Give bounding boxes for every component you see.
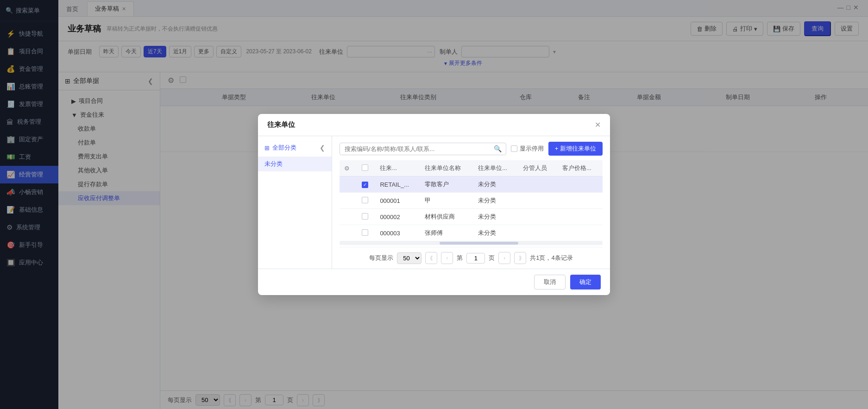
dialog-title: 往来单位 <box>267 120 295 129</box>
row-code: 000002 <box>375 209 420 225</box>
dialog-table: ⚙ 往来... 往来单位名称 往来单位... 分管人员 客户价格... <box>340 160 603 241</box>
dialog-right: 🔍 显示停用 + 新增往来单位 ⚙ <box>332 136 610 269</box>
row-code: RETAIL_... <box>375 176 420 193</box>
show-disabled-checkbox[interactable] <box>511 145 517 152</box>
partner-dialog: 往来单位 ✕ ⊞ 全部分类 ❮ 未分类 <box>258 114 610 295</box>
dialog-first-page-btn[interactable]: ⟪ <box>425 252 437 264</box>
dialog-table-row[interactable]: ✓ RETAIL_... 零散客户 未分类 <box>340 176 603 193</box>
dialog-total-label: 共1页，4条记录 <box>530 254 572 262</box>
row-category: 未分类 <box>473 225 518 241</box>
row-name: 张师傅 <box>420 225 473 241</box>
dialog-horizontal-scrollbar[interactable] <box>340 241 603 245</box>
col-code: 往来... <box>375 160 420 176</box>
row-checkbox: ✓ <box>357 176 376 193</box>
dialog-page-label: 第 <box>457 254 463 262</box>
col-name: 往来单位名称 <box>420 160 473 176</box>
dialog-close-button[interactable]: ✕ <box>595 120 601 129</box>
dialog-pagination: 每页显示 50 ⟪ ‹ 第 页 › ⟫ 共1页，4条记录 <box>340 247 603 269</box>
dialog-cat-header-label: 全部分类 <box>272 144 296 152</box>
dialog-table-wrap: ⚙ 往来... 往来单位名称 往来单位... 分管人员 客户价格... <box>340 160 603 241</box>
dialog-table-header: ⚙ 往来... 往来单位名称 往来单位... 分管人员 客户价格... <box>340 160 603 176</box>
row-manager <box>518 176 557 193</box>
dialog-page-unit: 页 <box>489 254 495 262</box>
dialog-table-row[interactable]: 000001 甲 未分类 <box>340 193 603 209</box>
row-category: 未分类 <box>473 209 518 225</box>
dialog-prev-page-btn[interactable]: ‹ <box>441 252 453 264</box>
dialog-categories: ⊞ 全部分类 ❮ 未分类 <box>258 136 332 269</box>
col-manager: 分管人员 <box>518 160 557 176</box>
select-all-dialog-checkbox[interactable] <box>362 164 368 171</box>
dialog-cat-item-uncategorized[interactable]: 未分类 <box>258 157 332 171</box>
row-category: 未分类 <box>473 193 518 209</box>
dialog-toolbar: 🔍 显示停用 + 新增往来单位 <box>340 142 603 156</box>
dialog-body: ⊞ 全部分类 ❮ 未分类 🔍 显示停用 <box>258 136 610 269</box>
row-checkbox-1[interactable]: ✓ <box>362 182 368 188</box>
dialog-search-input[interactable] <box>340 143 506 155</box>
dialog-header: 往来单位 ✕ <box>258 114 610 136</box>
row-settings <box>340 209 357 225</box>
show-disabled-label: 显示停用 <box>520 145 544 153</box>
row-settings <box>340 225 357 241</box>
dialog-next-page-btn[interactable]: › <box>498 252 510 264</box>
row-code: 000001 <box>375 193 420 209</box>
per-page-label: 每页显示 <box>369 254 393 262</box>
col-checkbox <box>357 160 376 176</box>
dialog-page-input[interactable] <box>466 253 485 264</box>
row-settings <box>340 176 357 193</box>
dialog-overlay: 往来单位 ✕ ⊞ 全部分类 ❮ 未分类 <box>0 0 868 409</box>
col-category: 往来单位... <box>473 160 518 176</box>
col-settings: ⚙ <box>340 160 357 176</box>
grid-icon: ⊞ <box>264 145 270 151</box>
row-checkbox-2[interactable] <box>362 197 368 203</box>
row-manager <box>518 193 557 209</box>
scrollbar-thumb <box>440 242 518 245</box>
row-checkbox-4[interactable] <box>362 229 368 236</box>
row-manager <box>518 209 557 225</box>
dialog-search-wrap: 🔍 <box>340 143 506 155</box>
dialog-table-row[interactable]: 000002 材料供应商 未分类 <box>340 209 603 225</box>
dialog-last-page-btn[interactable]: ⟫ <box>514 252 526 264</box>
row-price-cat <box>558 193 603 209</box>
row-checkbox-3[interactable] <box>362 213 368 220</box>
new-partner-button[interactable]: + 新增往来单位 <box>548 142 603 156</box>
dialog-footer: 取消 确定 <box>258 269 610 295</box>
row-checkbox <box>357 193 376 209</box>
row-manager <box>518 225 557 241</box>
row-settings <box>340 193 357 209</box>
dialog-per-page-select[interactable]: 50 <box>397 252 421 264</box>
new-partner-label: + 新增往来单位 <box>555 145 596 153</box>
row-name: 零散客户 <box>420 176 473 193</box>
row-price-cat <box>558 225 603 241</box>
confirm-button[interactable]: 确定 <box>570 275 601 289</box>
row-price-cat <box>558 176 603 193</box>
row-category: 未分类 <box>473 176 518 193</box>
search-icon: 🔍 <box>494 145 502 152</box>
col-price-cat: 客户价格... <box>558 160 603 176</box>
row-price-cat <box>558 209 603 225</box>
row-name: 材料供应商 <box>420 209 473 225</box>
row-code: 000003 <box>375 225 420 241</box>
row-checkbox <box>357 225 376 241</box>
dialog-cat-item-label: 未分类 <box>264 160 283 167</box>
dialog-cat-header: ⊞ 全部分类 ❮ <box>258 141 332 157</box>
dialog-table-row[interactable]: 000003 张师傅 未分类 <box>340 225 603 241</box>
dialog-left-collapse-button[interactable]: ❮ <box>320 144 325 151</box>
row-checkbox <box>357 209 376 225</box>
row-name: 甲 <box>420 193 473 209</box>
show-disabled-checkbox-group: 显示停用 <box>511 145 544 153</box>
cancel-button[interactable]: 取消 <box>534 275 566 289</box>
